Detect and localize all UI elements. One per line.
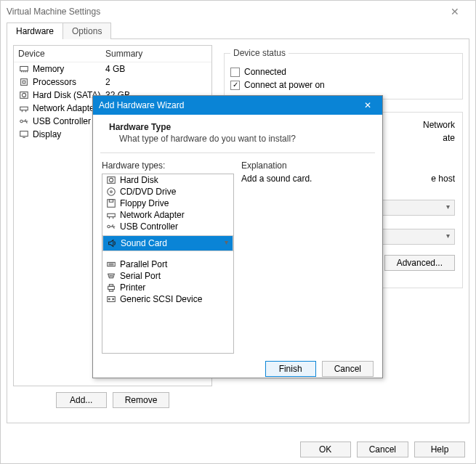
cd-icon bbox=[105, 187, 117, 197]
usb-icon bbox=[105, 221, 117, 232]
svg-rect-23 bbox=[109, 200, 113, 203]
printer-icon bbox=[105, 282, 117, 293]
advanced-button[interactable]: Advanced... bbox=[384, 255, 455, 271]
finish-button[interactable]: Finish bbox=[265, 361, 316, 377]
hardware-type-label: Sound Card bbox=[121, 238, 167, 248]
svg-point-34 bbox=[110, 276, 110, 277]
network-text3: e host bbox=[431, 174, 455, 184]
connect-at-power-on-checkbox[interactable]: ✓ Connect at power on bbox=[230, 80, 456, 90]
svg-rect-37 bbox=[108, 286, 115, 289]
tab-options[interactable]: Options bbox=[62, 23, 111, 39]
connect-power-label: Connect at power on bbox=[244, 80, 325, 90]
wizard-cancel-button[interactable]: Cancel bbox=[322, 361, 374, 377]
col-summary: Summary bbox=[105, 49, 142, 59]
svg-rect-22 bbox=[108, 200, 116, 208]
hardware-type-label: Printer bbox=[120, 282, 145, 293]
svg-rect-31 bbox=[108, 262, 116, 266]
svg-point-12 bbox=[20, 120, 23, 123]
settings-window: Virtual Machine Settings ✕ Hardware Opti… bbox=[0, 0, 476, 464]
help-button[interactable]: Help bbox=[414, 441, 465, 457]
memory-icon bbox=[18, 64, 30, 74]
cpu-icon bbox=[18, 77, 30, 87]
window-title: Virtual Machine Settings bbox=[7, 7, 440, 17]
wizard-close-icon[interactable]: ✕ bbox=[359, 100, 376, 110]
device-status-group: Device status Connected ✓ Connect at pow… bbox=[224, 48, 463, 99]
device-row[interactable]: Memory4 GB bbox=[14, 62, 211, 76]
wizard-title: Add Hardware Wizard bbox=[99, 100, 359, 110]
checkbox-icon: ✓ bbox=[230, 81, 240, 90]
svg-rect-6 bbox=[23, 81, 25, 84]
explanation-text: Add a sound card. bbox=[241, 174, 374, 184]
checkbox-icon bbox=[230, 68, 240, 77]
display-icon bbox=[18, 129, 30, 139]
connected-checkbox[interactable]: Connected bbox=[230, 67, 456, 77]
svg-point-20 bbox=[108, 188, 116, 196]
svg-point-8 bbox=[22, 93, 25, 97]
network-text2: ate bbox=[443, 133, 455, 143]
hardware-types-label: Hardware types: bbox=[102, 160, 234, 171]
hardware-types-list[interactable]: Hard DiskCD/DVD DriveFloppy DriveNetwork… bbox=[102, 174, 234, 354]
network-icon bbox=[105, 210, 117, 220]
device-name: Memory bbox=[33, 64, 105, 74]
device-summary: 2 bbox=[105, 77, 110, 87]
svg-point-27 bbox=[108, 225, 110, 228]
svg-rect-38 bbox=[109, 285, 113, 287]
network-text1: Network bbox=[423, 120, 455, 130]
hardware-type-item[interactable]: Sound Card bbox=[102, 235, 233, 251]
usb-icon bbox=[18, 116, 30, 126]
wizard-heading: Hardware Type bbox=[109, 122, 371, 132]
hardware-type-label: Network Adapter bbox=[120, 210, 185, 220]
add-button[interactable]: Add... bbox=[56, 392, 107, 408]
cancel-button[interactable]: Cancel bbox=[357, 441, 408, 457]
scsi-icon bbox=[105, 294, 117, 304]
hardware-type-label: Hard Disk bbox=[120, 175, 158, 185]
add-hardware-wizard: Add Hardware Wizard ✕ Hardware Type What… bbox=[92, 95, 383, 378]
svg-point-35 bbox=[111, 276, 112, 277]
device-name: Processors bbox=[33, 77, 105, 87]
hardware-type-item[interactable]: Network Adapter bbox=[102, 209, 233, 221]
svg-rect-9 bbox=[20, 107, 28, 110]
connected-label: Connected bbox=[244, 67, 286, 77]
explanation-label: Explanation bbox=[241, 160, 374, 171]
floppy-icon bbox=[105, 198, 117, 208]
hardware-type-item[interactable]: Hard Disk bbox=[102, 174, 233, 186]
hardware-type-item[interactable]: USB Controller bbox=[102, 221, 233, 232]
hardware-type-item[interactable]: Serial Port bbox=[102, 270, 233, 282]
svg-point-19 bbox=[109, 178, 113, 182]
hardware-type-label: Generic SCSI Device bbox=[120, 294, 202, 304]
tab-hardware[interactable]: Hardware bbox=[7, 23, 63, 39]
footer-buttons: OK Cancel Help bbox=[300, 441, 465, 457]
hardware-type-label: Floppy Drive bbox=[120, 198, 169, 208]
hardware-type-item[interactable]: Parallel Port bbox=[102, 259, 233, 270]
svg-rect-39 bbox=[109, 290, 113, 292]
col-device: Device bbox=[18, 49, 105, 59]
hardware-type-label: Parallel Port bbox=[120, 259, 167, 269]
svg-point-41 bbox=[109, 298, 110, 300]
hdd-icon bbox=[18, 90, 30, 100]
remove-button[interactable]: Remove bbox=[113, 392, 170, 408]
wizard-titlebar: Add Hardware Wizard ✕ bbox=[93, 96, 382, 115]
parallel-icon bbox=[105, 259, 117, 269]
hardware-type-item[interactable]: Printer bbox=[102, 282, 233, 293]
hardware-type-label: CD/DVD Drive bbox=[120, 187, 176, 197]
hardware-type-item[interactable]: CD/DVD Drive bbox=[102, 186, 233, 198]
hardware-type-label: Serial Port bbox=[120, 271, 161, 281]
svg-rect-0 bbox=[20, 67, 28, 71]
wizard-subheading: What type of hardware do you want to ins… bbox=[119, 134, 371, 144]
network-icon bbox=[18, 103, 30, 113]
svg-point-36 bbox=[112, 276, 113, 277]
sound-icon bbox=[106, 238, 118, 248]
svg-point-42 bbox=[113, 298, 114, 300]
titlebar: Virtual Machine Settings ✕ bbox=[1, 1, 475, 23]
hardware-type-item[interactable]: Generic SCSI Device bbox=[102, 293, 233, 305]
svg-point-21 bbox=[110, 191, 113, 193]
ok-button[interactable]: OK bbox=[300, 441, 351, 457]
hardware-type-label: USB Controller bbox=[120, 221, 178, 232]
device-row[interactable]: Processors2 bbox=[14, 76, 211, 89]
svg-rect-24 bbox=[108, 213, 116, 216]
serial-icon bbox=[105, 271, 117, 281]
close-icon[interactable]: ✕ bbox=[440, 6, 469, 17]
hardware-type-item[interactable]: Floppy Drive bbox=[102, 198, 233, 209]
device-status-legend: Device status bbox=[230, 48, 289, 58]
hdd-icon bbox=[105, 175, 117, 185]
